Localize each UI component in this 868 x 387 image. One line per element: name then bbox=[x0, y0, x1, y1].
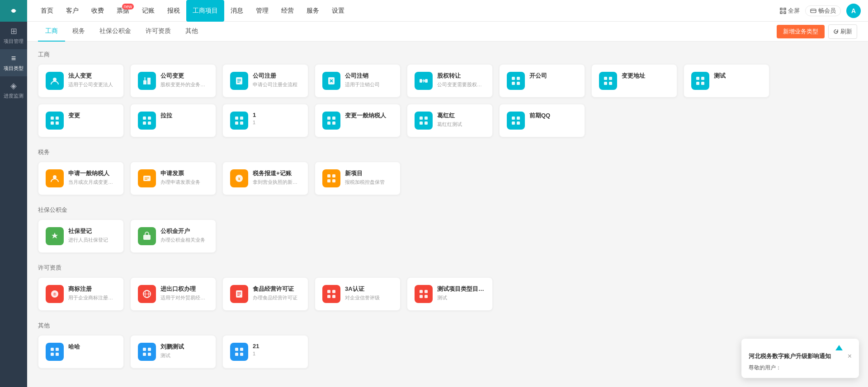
card-icon-test1 bbox=[691, 72, 709, 90]
notif-title: 河北税务数字账户升级影响通知 bbox=[749, 352, 831, 360]
card-text-num21: 21 1 bbox=[253, 343, 301, 356]
card-text-mahonghong: 葛红红 葛红红测试 bbox=[437, 112, 485, 128]
nav-manage[interactable]: 管理 bbox=[250, 0, 275, 22]
card-lala[interactable]: 拉拉 bbox=[130, 104, 216, 137]
card-apply-taxpayer[interactable]: 申请一般纳税人 当月或次月成变更完成 bbox=[38, 162, 124, 195]
card-name-social-register: 社保登记 bbox=[68, 227, 116, 235]
tab-tax[interactable]: 税务 bbox=[65, 22, 92, 42]
card-change-address[interactable]: 变更地址 bbox=[591, 64, 677, 98]
sidebar-item-progress-monitor[interactable]: ◈ 进度监测 bbox=[0, 76, 27, 104]
card-num1[interactable]: 1 1 bbox=[222, 104, 308, 137]
card-fund-account[interactable]: 公积金开户 办理公积金相关业务 bbox=[130, 219, 216, 253]
sidebar-item-project-manage[interactable]: ⊞ 项目管理 bbox=[0, 22, 27, 49]
card-name-change1: 变更 bbox=[68, 112, 116, 120]
card-company-register[interactable]: 公司注册 申请公司注册全流程 bbox=[222, 64, 308, 98]
card-icon-change-tax bbox=[322, 112, 340, 130]
tab-permit[interactable]: 许可资质 bbox=[138, 22, 178, 42]
card-name-trademark: 商标注册 bbox=[68, 285, 116, 293]
svg-rect-4 bbox=[780, 12, 782, 14]
svg-rect-31 bbox=[696, 82, 699, 85]
nav-ticket[interactable]: 票据 new bbox=[110, 0, 136, 22]
notif-close-button[interactable]: × bbox=[848, 353, 852, 360]
card-name-tax-report-accounting: 税务报道+记账 bbox=[253, 169, 301, 177]
svg-rect-3 bbox=[784, 8, 786, 10]
svg-rect-6 bbox=[811, 9, 816, 13]
card-mahonghong[interactable]: 葛红红 葛红红测试 bbox=[407, 104, 493, 137]
card-apply-invoice[interactable]: 申请发票 办理申请发票业务 bbox=[130, 162, 216, 195]
card-text-new-project: 新项目 报税加税控盘保管 bbox=[345, 169, 393, 186]
svg-rect-63 bbox=[327, 174, 330, 177]
card-3a-cert[interactable]: 3A认证 对企业信誉评级 bbox=[315, 277, 401, 311]
tab-industry[interactable]: 工商 bbox=[38, 22, 65, 42]
nav-accounting[interactable]: 记账 bbox=[136, 0, 161, 22]
industry-card-grid: 法人变更 适用于公司变更法人 公司变更 股权变更外的业务变更 公司注册 申请公司… bbox=[38, 64, 857, 137]
tab-other[interactable]: 其他 bbox=[178, 22, 205, 42]
nav-service[interactable]: 服务 bbox=[300, 0, 326, 22]
card-icon-lala bbox=[138, 112, 156, 130]
svg-rect-44 bbox=[240, 121, 243, 125]
nav-industry[interactable]: 工商项目 bbox=[186, 0, 224, 22]
card-test1[interactable]: 测试 bbox=[684, 64, 769, 98]
ticket-badge: new bbox=[122, 4, 134, 9]
sidebar-item-project-type[interactable]: ≡ 项目类型 bbox=[0, 49, 27, 76]
card-social-register[interactable]: 社保登记 进行人员社保登记 bbox=[38, 219, 124, 253]
card-test-type[interactable]: 测试项目类型目定义 测试 bbox=[407, 277, 493, 311]
permit-card-grid: ® 商标注册 用于企业商标注册服务 进出口权办理 适用于对外贸易经营者 bbox=[38, 277, 857, 311]
logo[interactable] bbox=[0, 0, 27, 22]
card-icon-food-permit bbox=[230, 285, 248, 303]
card-text-tax-report-accounting: 税务报道+记账 拿到营业执照的新公司 bbox=[253, 169, 301, 186]
card-change-tax[interactable]: 变更一般纳税人 bbox=[315, 104, 401, 137]
card-new-project[interactable]: 新项目 报税加税控盘保管 bbox=[315, 162, 401, 195]
card-haha[interactable]: 哈哈 bbox=[38, 335, 124, 368]
nav-tax[interactable]: 报税 bbox=[161, 0, 186, 22]
avatar[interactable]: A bbox=[846, 4, 861, 18]
card-text-food-permit: 食品经营许可证 办理食品经营许可证 bbox=[253, 285, 301, 301]
card-change1[interactable]: 变更 bbox=[38, 104, 124, 137]
fullscreen-btn[interactable]: 全屏 bbox=[780, 7, 800, 15]
nav-home[interactable]: 首页 bbox=[34, 0, 60, 22]
card-desc-trademark: 用于企业商标注册服务 bbox=[68, 294, 116, 301]
fullscreen-icon bbox=[780, 8, 786, 14]
card-num21[interactable]: 21 1 bbox=[222, 335, 308, 368]
card-qqbefore[interactable]: 前期QQ bbox=[499, 104, 585, 137]
top-nav: 首页 客户 收费 票据 new 记账 报税 工商项目 消息 管理 经营 服务 设… bbox=[27, 0, 868, 22]
svg-rect-67 bbox=[143, 235, 151, 240]
svg-text:®: ® bbox=[53, 292, 57, 297]
refresh-button[interactable]: 刷新 bbox=[828, 24, 857, 39]
card-text-haha: 哈哈 bbox=[68, 343, 116, 352]
tab-social[interactable]: 社保公积金 bbox=[92, 22, 138, 42]
svg-rect-24 bbox=[517, 82, 520, 85]
card-icon-num1 bbox=[230, 112, 248, 130]
card-icon-new-project bbox=[322, 169, 340, 187]
card-name-legal-change: 法人变更 bbox=[68, 72, 116, 80]
card-legal-change[interactable]: 法人变更 适用于公司变更法人 bbox=[38, 64, 124, 98]
card-icon-3a-cert bbox=[322, 285, 340, 303]
card-name-company-cancel: 公司注销 bbox=[345, 72, 393, 80]
card-desc-company-change: 股权变更外的业务变更 bbox=[160, 81, 208, 88]
notif-triangle bbox=[835, 345, 843, 350]
card-desc-food-permit: 办理食品经营许可证 bbox=[253, 294, 301, 301]
card-import-export[interactable]: 进出口权办理 适用于对外贸易经营者 bbox=[130, 277, 216, 311]
sidebar-item-label: 项目类型 bbox=[4, 65, 24, 72]
svg-rect-27 bbox=[604, 82, 607, 85]
card-food-permit[interactable]: 食品经营许可证 办理食品经营许可证 bbox=[222, 277, 308, 311]
add-type-button[interactable]: 新增业务类型 bbox=[777, 25, 825, 38]
nav-message[interactable]: 消息 bbox=[224, 0, 250, 22]
project-manage-icon: ⊞ bbox=[10, 26, 17, 36]
svg-rect-29 bbox=[696, 77, 699, 80]
card-liupeng-test[interactable]: 刘鹏测试 测试 bbox=[130, 335, 216, 368]
nav-operation[interactable]: 经营 bbox=[275, 0, 300, 22]
svg-rect-39 bbox=[143, 121, 146, 125]
card-open-company[interactable]: 开公司 bbox=[499, 64, 585, 98]
card-tax-report-accounting[interactable]: ¥ 税务报道+记账 拿到营业执照的新公司 bbox=[222, 162, 308, 195]
card-text-change-tax: 变更一般纳税人 bbox=[345, 112, 393, 121]
card-company-change[interactable]: 公司变更 股权变更外的业务变更 bbox=[130, 64, 216, 98]
svg-rect-22 bbox=[517, 77, 520, 80]
nav-settings[interactable]: 设置 bbox=[326, 0, 351, 22]
nav-collect[interactable]: 收费 bbox=[85, 0, 110, 22]
card-trademark[interactable]: ® 商标注册 用于企业商标注册服务 bbox=[38, 277, 124, 311]
card-company-cancel[interactable]: 公司注销 适用于注销公司 bbox=[315, 64, 401, 98]
card-equity-transfer[interactable]: 股权转让 公司变更需要股权转让 bbox=[407, 64, 493, 98]
member-btn[interactable]: 畅会员 bbox=[805, 5, 841, 16]
nav-customer[interactable]: 客户 bbox=[60, 0, 85, 22]
